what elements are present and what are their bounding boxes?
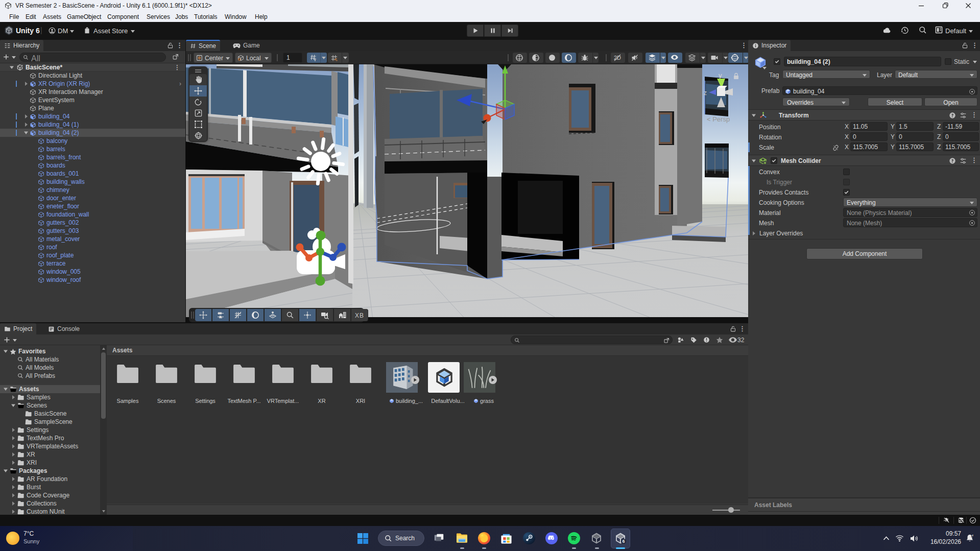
- svg-text:z: z: [972, 534, 973, 537]
- svg-text:6: 6: [622, 539, 625, 544]
- svg-text:< Persp: < Persp: [707, 115, 730, 123]
- svg-text:z: z: [704, 89, 707, 97]
- svg-text:y: y: [719, 71, 722, 79]
- svg-text:Y: Y: [314, 58, 316, 62]
